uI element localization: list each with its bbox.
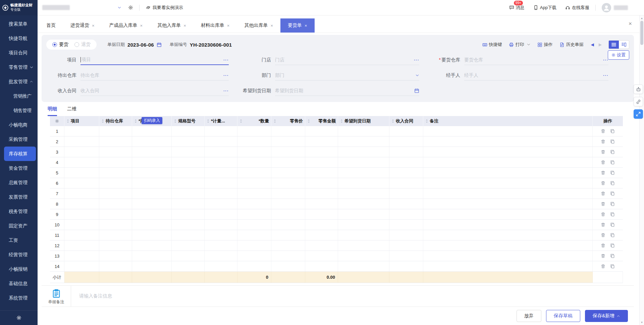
discard-button[interactable]: 放弃: [517, 310, 541, 322]
sidebar-item[interactable]: 项目合同: [0, 46, 38, 60]
sidebar-item[interactable]: 系统管理: [0, 291, 38, 305]
delete-row-icon[interactable]: [601, 243, 605, 248]
cell-contract[interactable]: [389, 126, 423, 136]
row-actions[interactable]: [593, 220, 623, 230]
scroll-down-icon[interactable]: ▼: [640, 320, 644, 325]
sidebar-item[interactable]: 小畅电商: [0, 118, 38, 132]
card-view-button[interactable]: [619, 41, 629, 49]
cell-goods[interactable]: [132, 240, 172, 251]
bill-note-input[interactable]: 请输入备注信息: [71, 286, 634, 307]
sort-carets-icon[interactable]: [207, 119, 210, 123]
bill-date-value[interactable]: 2023-06-06: [127, 42, 154, 48]
cell-contract[interactable]: [389, 220, 423, 230]
cell-unit[interactable]: [205, 209, 237, 219]
sidebar-item[interactable]: 资金管理: [0, 161, 38, 175]
cell-remark[interactable]: [423, 240, 593, 251]
column-header-price[interactable]: 零售价: [271, 116, 305, 126]
cell-amount[interactable]: [305, 168, 338, 178]
tab-close-icon[interactable]: ×: [305, 23, 307, 28]
cell-goods[interactable]: [132, 230, 172, 240]
cell-qty[interactable]: [237, 178, 271, 188]
cell-out_warehouse[interactable]: [99, 220, 132, 230]
tab-close-icon[interactable]: ×: [183, 23, 186, 28]
cell-out_warehouse[interactable]: [99, 126, 132, 136]
tab-close-icon[interactable]: ×: [92, 23, 95, 28]
cell-spec[interactable]: [172, 251, 205, 261]
cell-qty[interactable]: [237, 230, 271, 240]
prev-record-icon[interactable]: ◀: [591, 42, 594, 47]
cell-goods[interactable]: [132, 126, 172, 136]
cell-contract[interactable]: [389, 137, 423, 147]
copy-row-icon[interactable]: [610, 222, 615, 227]
cell-contract[interactable]: [389, 168, 423, 178]
tab-close-icon[interactable]: ×: [270, 23, 273, 28]
cell-price[interactable]: [271, 147, 305, 157]
cell-amount[interactable]: [305, 126, 338, 136]
cell-project[interactable]: [64, 199, 99, 209]
bill-type-radio-selected[interactable]: 要货: [52, 42, 68, 48]
toolbar-grid-button[interactable]: 操作: [537, 42, 553, 48]
cell-unit[interactable]: [205, 126, 237, 136]
cell-amount[interactable]: [305, 188, 338, 199]
lookup-ellipsis-icon[interactable]: ···: [223, 88, 229, 93]
cell-project[interactable]: [64, 209, 99, 219]
detail-tab-明细[interactable]: 明细: [48, 106, 57, 116]
cell-contract[interactable]: [389, 199, 423, 209]
cell-expect_date[interactable]: [338, 251, 389, 261]
cell-price[interactable]: [271, 137, 305, 147]
cell-contract[interactable]: [389, 230, 423, 240]
cell-goods[interactable]: [132, 251, 172, 261]
cell-unit[interactable]: [205, 178, 237, 188]
sidebar-item[interactable]: 发票管理: [0, 190, 38, 204]
cell-price[interactable]: [271, 157, 305, 167]
sidebar-item[interactable]: 营销推广: [0, 89, 38, 103]
tab-item[interactable]: 首页: [39, 18, 63, 33]
user-avatar[interactable]: [602, 3, 611, 12]
sort-carets-icon[interactable]: [239, 119, 243, 123]
cell-goods[interactable]: [132, 220, 172, 230]
cell-project[interactable]: [64, 251, 99, 261]
bill-type-radio-option[interactable]: 退货: [74, 42, 91, 48]
cell-expect_date[interactable]: [338, 157, 389, 167]
cell-remark[interactable]: [423, 178, 593, 188]
cell-goods[interactable]: [132, 147, 172, 157]
cell-amount[interactable]: [305, 230, 338, 240]
sort-carets-icon[interactable]: [101, 119, 104, 123]
cell-qty[interactable]: [237, 137, 271, 147]
cell-project[interactable]: [64, 168, 99, 178]
cell-qty[interactable]: [237, 157, 271, 167]
cell-out_warehouse[interactable]: [99, 147, 132, 157]
delete-row-icon[interactable]: [601, 181, 605, 185]
copy-row-icon[interactable]: [610, 254, 615, 258]
row-actions[interactable]: [593, 230, 623, 240]
cell-price[interactable]: [271, 168, 305, 178]
cell-out_warehouse[interactable]: [99, 209, 132, 219]
detail-tab-二维[interactable]: 二维: [67, 106, 76, 116]
delete-row-icon[interactable]: [601, 139, 605, 144]
cell-price[interactable]: [271, 220, 305, 230]
column-header-out_warehouse[interactable]: 待出仓库: [99, 116, 132, 126]
cell-project[interactable]: [64, 147, 99, 157]
cell-expect_date[interactable]: [338, 199, 389, 209]
sidebar-settings-button[interactable]: [0, 310, 38, 325]
cell-out_warehouse[interactable]: [99, 137, 132, 147]
org-settings-gear-icon[interactable]: [128, 5, 133, 10]
lookup-ellipsis-icon[interactable]: ···: [603, 73, 608, 78]
row-actions[interactable]: [593, 188, 623, 199]
lookup-ellipsis-icon[interactable]: ···: [223, 73, 229, 78]
cell-goods[interactable]: [132, 168, 172, 178]
cell-price[interactable]: [271, 230, 305, 240]
demo-link[interactable]: 我要看实例演示: [146, 5, 183, 11]
cell-remark[interactable]: [423, 261, 593, 271]
cell-remark[interactable]: [423, 137, 593, 147]
sidebar-item[interactable]: 工资: [0, 233, 38, 248]
cell-unit[interactable]: [205, 137, 237, 147]
row-actions[interactable]: [593, 126, 623, 136]
chevron-down-icon[interactable]: [527, 43, 531, 47]
copy-row-icon[interactable]: [610, 129, 615, 133]
cell-unit[interactable]: [205, 230, 237, 240]
tab-item[interactable]: 材料出库单×: [194, 18, 237, 33]
cell-unit[interactable]: [205, 147, 237, 157]
cell-spec[interactable]: [172, 220, 205, 230]
column-header-project[interactable]: 项目: [64, 116, 99, 126]
